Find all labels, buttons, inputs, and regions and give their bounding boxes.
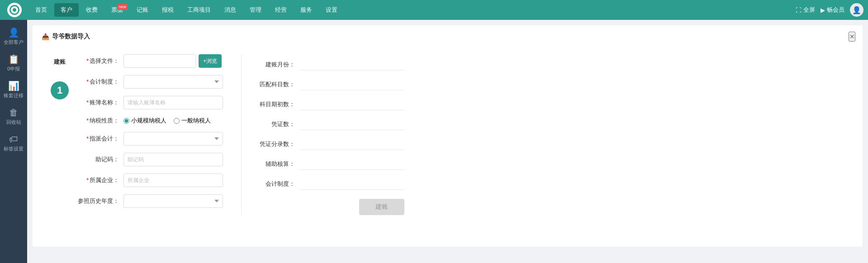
fullscreen-btn[interactable]: ⛶ 全屏 <box>796 6 815 14</box>
sidebar-item-label: 全部客户 <box>4 39 24 46</box>
step-label: 建账 <box>54 58 66 66</box>
radio-general-label: 一般纳税人 <box>181 117 211 125</box>
mnemonic-label: 助记码： <box>78 155 119 164</box>
nav-bookkeeping[interactable]: 记账 <box>130 3 155 17</box>
match-subject-value <box>299 79 404 90</box>
panel-title-text: 导爷数据导入 <box>52 33 90 41</box>
subject-initial-value <box>299 99 404 110</box>
panel-title-icon: 📥 <box>42 33 49 40</box>
nav-message[interactable]: 消息 <box>218 3 242 17</box>
browse-button[interactable]: +浏览 <box>199 54 222 68</box>
nav-tax[interactable]: 报税 <box>156 3 180 17</box>
voucher-count-value <box>299 118 404 130</box>
assign-accountant-label: 指派会计： <box>78 135 119 143</box>
accounting-system-label: 会计制度： <box>260 180 295 188</box>
vertical-divider <box>241 54 242 215</box>
sidebar: 👤 全部客户 📋 0申报 📊 账套迁移 🗑 回收站 🏷 标签设置 <box>0 20 27 263</box>
sidebar-item-account-migrate[interactable]: 📊 账套迁移 <box>1 78 26 103</box>
nav-operation[interactable]: 经营 <box>269 3 293 17</box>
customer-icon: 👤 <box>8 28 19 37</box>
voucher-count-label: 凭证数： <box>260 120 295 128</box>
nav-items: 首页 客户 收费 票据 new 记账 报税 工商项目 消息 管理 经营 服务 设… <box>29 3 796 17</box>
sidebar-item-label: 账套迁移 <box>4 92 24 99</box>
top-nav: 首页 客户 收费 票据 new 记账 报税 工商项目 消息 管理 经营 服务 设… <box>0 0 868 20</box>
company-input[interactable] <box>123 174 223 187</box>
sidebar-item-label: 0申报 <box>7 66 20 72</box>
submit-button[interactable]: 建账 <box>359 199 404 215</box>
fullscreen-icon: ⛶ <box>796 7 802 14</box>
radio-small-scale-label: 小规模纳税人 <box>131 117 166 125</box>
ref-year-select[interactable] <box>123 194 223 208</box>
build-month-label: 建账月份： <box>260 61 295 69</box>
account-system-label: 会计制度： <box>78 78 119 86</box>
assign-accountant-select[interactable] <box>123 132 223 146</box>
company-label: 所属企业： <box>78 176 119 184</box>
accounting-system-value <box>299 178 404 190</box>
form-grid: 选择文件： +浏览 会计制度： 账簿名称： 纳税性质： <box>78 54 223 208</box>
new-badge: new <box>117 4 128 10</box>
nav-home[interactable]: 首页 <box>29 3 53 17</box>
sidebar-item-recycle[interactable]: 🗑 回收站 <box>1 104 26 129</box>
report-icon: 📋 <box>8 55 19 64</box>
vip-btn[interactable]: ▶ 畅会员 <box>821 6 844 14</box>
action-area: 建账 <box>260 199 404 215</box>
account-system-select[interactable] <box>123 75 223 89</box>
aux-calc-label: 辅助核算： <box>260 160 295 168</box>
tax-type-label: 纳税性质： <box>78 117 119 125</box>
nav-fee[interactable]: 收费 <box>80 3 104 17</box>
radio-general[interactable]: 一般纳税人 <box>174 117 211 125</box>
nav-customer[interactable]: 客户 <box>54 3 79 17</box>
sidebar-item-zero-report[interactable]: 📋 0申报 <box>1 51 26 76</box>
aux-calc-value <box>299 158 404 170</box>
sidebar-item-tags[interactable]: 🏷 标签设置 <box>1 131 26 156</box>
file-row: +浏览 <box>123 54 223 68</box>
voucher-entry-value <box>299 138 404 150</box>
avatar-icon: 👤 <box>852 6 861 14</box>
file-label: 选择文件： <box>78 57 119 65</box>
nav-service[interactable]: 服务 <box>294 3 318 17</box>
sidebar-item-label: 标签设置 <box>4 146 24 152</box>
migrate-icon: 📊 <box>8 81 19 90</box>
build-month-value <box>299 59 404 70</box>
form-area: 建账 1 选择文件： +浏览 会计制度： 账簿 <box>42 50 854 220</box>
close-button[interactable]: × <box>849 32 855 42</box>
avatar[interactable]: 👤 <box>850 3 863 17</box>
step-badge: 1 <box>51 81 69 99</box>
match-subject-label: 匹配科目数： <box>260 80 295 89</box>
radio-small-scale[interactable]: 小规模纳税人 <box>123 117 166 125</box>
info-grid: 建账月份： 匹配科目数： 科目期初数： 凭证数： 凭证分录数： 辅助核算： 会计… <box>260 59 404 190</box>
logo[interactable] <box>5 0 24 20</box>
tag-icon: 🏷 <box>9 135 18 144</box>
nav-settings[interactable]: 设置 <box>319 3 344 17</box>
sidebar-item-label: 回收站 <box>6 119 21 126</box>
nav-ticket[interactable]: 票据 new <box>105 3 129 17</box>
panel-title: 📥 导爷数据导入 <box>42 33 854 41</box>
panel: 📥 导爷数据导入 × 建账 1 选择文件： <box>33 25 863 247</box>
nav-right: ⛶ 全屏 ▶ 畅会员 👤 <box>796 3 863 17</box>
nav-manage[interactable]: 管理 <box>243 3 268 17</box>
vip-icon: ▶ <box>821 7 825 14</box>
form-left: 建账 1 选择文件： +浏览 会计制度： 账簿 <box>51 54 223 215</box>
layout: 👤 全部客户 📋 0申报 📊 账套迁移 🗑 回收站 🏷 标签设置 📥 导爷数据导… <box>0 20 868 263</box>
trash-icon: 🗑 <box>9 108 18 117</box>
vip-label: 畅会员 <box>827 6 844 14</box>
voucher-entry-label: 凭证分录数： <box>260 140 295 148</box>
file-input[interactable] <box>123 54 196 68</box>
ledger-name-input[interactable] <box>123 96 223 109</box>
subject-initial-label: 科目期初数： <box>260 100 295 108</box>
ref-year-label: 参照历史年度： <box>78 197 119 205</box>
sidebar-item-all-customers[interactable]: 👤 全部客户 <box>1 24 26 49</box>
nav-business[interactable]: 工商项目 <box>181 3 217 17</box>
mnemonic-input[interactable] <box>123 153 223 166</box>
main-content: 📥 导爷数据导入 × 建账 1 选择文件： <box>27 20 868 263</box>
tax-type-radio-group: 小规模纳税人 一般纳税人 <box>123 117 223 125</box>
ledger-name-label: 账簿名称： <box>78 99 119 107</box>
info-panel: 建账月份： 匹配科目数： 科目期初数： 凭证数： 凭证分录数： 辅助核算： 会计… <box>260 54 404 215</box>
fullscreen-label: 全屏 <box>803 6 815 14</box>
